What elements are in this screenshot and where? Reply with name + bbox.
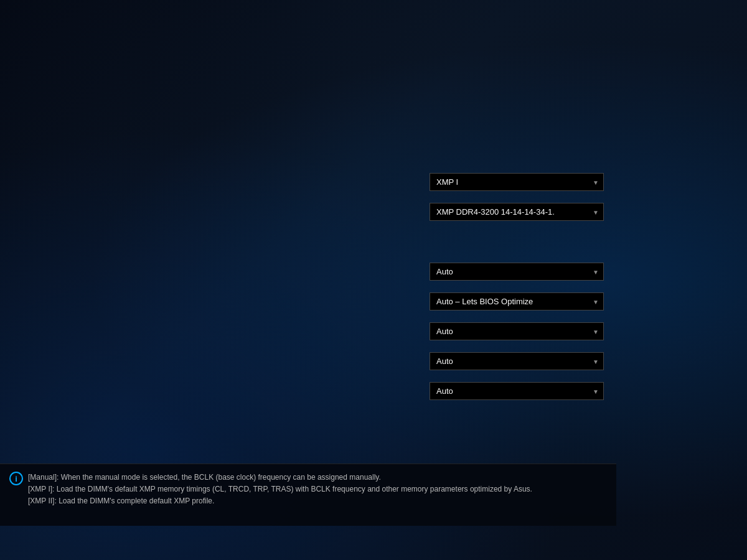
- cpu-core-ratio-select[interactable]: Auto Sync All Cores By Core Usage By Spe…: [430, 382, 604, 400]
- svid-select[interactable]: Auto Best-Case Scenario Trained: [430, 322, 604, 340]
- cpu-core-ratio-select-wrapper: Auto Sync All Cores By Core Usage By Spe…: [430, 382, 604, 400]
- svid-select-wrapper: Auto Best-Case Scenario Trained: [430, 322, 604, 340]
- multicore-select[interactable]: Auto – Lets BIOS Optimize Disabled – Enf…: [430, 292, 604, 310]
- avx-select[interactable]: Auto 1 2 3: [430, 352, 604, 370]
- info-line-3: [XMP II]: Load the DIMM's complete defau…: [28, 495, 607, 507]
- ai-overclock-select[interactable]: XMP I Auto Manual XMP II: [430, 173, 604, 191]
- avx-select-wrapper: Auto 1 2 3: [430, 352, 604, 370]
- multicore-select-wrapper: Auto – Lets BIOS Optimize Disabled – Enf…: [430, 292, 604, 310]
- info-line-1: [Manual]: When the manual mode is select…: [28, 472, 607, 483]
- ai-overclock-select-wrapper: XMP I Auto Manual XMP II: [430, 173, 604, 191]
- info-section: i [Manual]: When the manual mode is sele…: [0, 464, 616, 526]
- bclk-spread-select[interactable]: Auto Enabled Disabled: [430, 263, 604, 281]
- xmp-select-wrapper: XMP DDR4-3200 14-14-14-34-1. Disabled: [430, 203, 604, 221]
- xmp-select[interactable]: XMP DDR4-3200 14-14-14-34-1. Disabled: [430, 203, 604, 221]
- info-icon: i: [9, 472, 23, 485]
- bclk-spread-select-wrapper: Auto Enabled Disabled: [430, 263, 604, 281]
- info-line-2: [XMP I]: Load the DIMM's default XMP mem…: [28, 483, 607, 495]
